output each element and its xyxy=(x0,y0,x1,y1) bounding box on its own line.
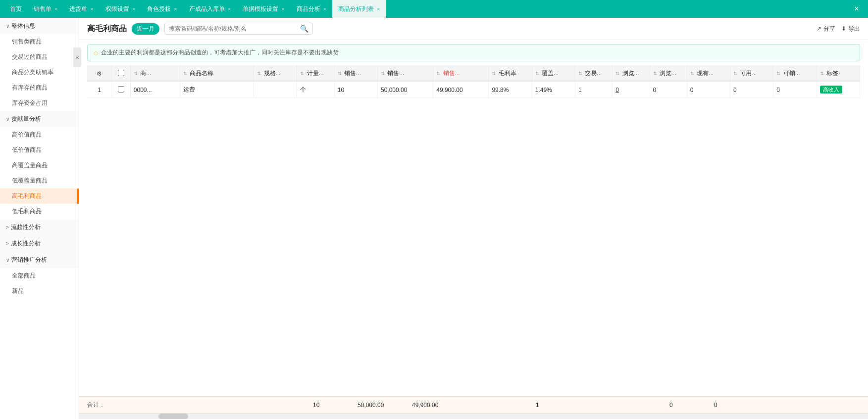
scrollbar-thumb[interactable] xyxy=(158,414,188,419)
cell-available-stock: 0 xyxy=(730,82,773,98)
nav-template-settings-close[interactable]: × xyxy=(281,6,284,12)
cell-unit: 个 xyxy=(297,82,334,98)
sort-icon-unit: ⇅ xyxy=(300,71,304,76)
tag-badge: 高收入 xyxy=(820,86,842,93)
sidebar-item-low-value[interactable]: 低价值商品 xyxy=(0,142,79,158)
search-box: 🔍 xyxy=(164,23,313,35)
nav-permission-settings-close[interactable]: × xyxy=(132,6,135,12)
sidebar-item-stock-capital[interactable]: 库存资金占用 xyxy=(0,95,79,111)
sort-icon-browse1: ⇅ xyxy=(615,71,619,76)
sidebar-item-low-margin[interactable]: 低毛利商品 xyxy=(0,204,79,219)
sort-icon-coverage: ⇅ xyxy=(535,71,539,76)
table-wrapper: ⚙ ⇅ 商... ⇅ 商品名称 xyxy=(79,65,868,396)
col-code[interactable]: ⇅ 商... xyxy=(130,65,180,82)
sidebar-item-high-value[interactable]: 高价值商品 xyxy=(0,127,79,142)
col-unit[interactable]: ⇅ 计量... xyxy=(297,65,334,82)
search-icon[interactable]: 🔍 xyxy=(300,25,308,33)
footer-sale-net: 49,900.00 xyxy=(412,402,457,409)
close-window-button[interactable]: × xyxy=(849,0,864,18)
sidebar-item-traded-goods[interactable]: 交易过的商品 xyxy=(0,49,79,65)
col-name[interactable]: ⇅ 商品名称 xyxy=(180,65,254,82)
nav-purchase-order[interactable]: 进货单 × xyxy=(63,0,99,18)
nav-product-inbound-close[interactable]: × xyxy=(228,6,231,12)
col-spec[interactable]: ⇅ 规格... xyxy=(254,65,297,82)
sort-icon-available-stock: ⇅ xyxy=(733,71,737,76)
page-title: 高毛利商品 xyxy=(87,24,127,34)
export-icon: ⬇ xyxy=(841,25,846,32)
cell-browse1[interactable]: 0 xyxy=(613,82,650,98)
cell-browse2: 0 xyxy=(650,82,687,98)
sidebar-item-high-coverage[interactable]: 高覆盖量商品 xyxy=(0,158,79,173)
nav-product-inbound[interactable]: 产成品入库单 × xyxy=(183,0,237,18)
col-saleable-stock[interactable]: ⇅ 可销... xyxy=(773,65,817,82)
nav-product-analysis-list[interactable]: 商品分析列表 × xyxy=(332,0,386,18)
header-actions: ↗ 分享 ⬇ 导出 xyxy=(817,25,860,33)
col-current-stock[interactable]: ⇅ 现有... xyxy=(687,65,730,82)
cell-spec xyxy=(254,82,297,98)
sidebar-item-category-rate[interactable]: 商品分类助销率 xyxy=(0,65,79,80)
col-settings[interactable]: ⚙ xyxy=(87,65,112,82)
nav-role-auth-close[interactable]: × xyxy=(174,6,177,12)
nav-template-settings[interactable]: 单据模板设置 × xyxy=(237,0,290,18)
sidebar-group-trend[interactable]: > 流趋性分析 xyxy=(0,219,79,235)
nav-product-analysis-close[interactable]: × xyxy=(323,6,326,12)
export-button[interactable]: ⬇ 导出 xyxy=(841,25,860,33)
horizontal-scrollbar[interactable] xyxy=(79,413,868,419)
filter-recent-month-button[interactable]: 近一月 xyxy=(132,23,159,35)
nav-permission-settings[interactable]: 权限设置 × xyxy=(100,0,141,18)
sort-icon-sale-amount: ⇅ xyxy=(381,71,385,76)
col-sale-amount[interactable]: ⇅ 销售... xyxy=(377,65,433,82)
data-table: ⚙ ⇅ 商... ⇅ 商品名称 xyxy=(87,65,860,98)
col-browse2[interactable]: ⇅ 浏览... xyxy=(650,65,687,82)
sidebar-group-marketing-arrow: ∨ xyxy=(6,257,9,263)
nav-purchase-order-close[interactable]: × xyxy=(90,6,93,12)
sidebar-group-overall-arrow: ∨ xyxy=(6,23,9,29)
nav-product-analysis[interactable]: 商品分析 × xyxy=(291,0,332,18)
sidebar-item-new-goods[interactable]: 新品 xyxy=(0,283,79,299)
sidebar-group-marketing[interactable]: ∨ 营销推广分析 xyxy=(0,252,79,268)
nav-home[interactable]: 首页 xyxy=(4,0,28,18)
sidebar-group-overall[interactable]: ∨ 整体信息 xyxy=(0,18,79,34)
nav-sales-order-close[interactable]: × xyxy=(54,6,57,12)
nav-sales-order[interactable]: 销售单 × xyxy=(28,0,63,18)
sort-icon-saleable-stock: ⇅ xyxy=(776,71,780,76)
sidebar-group-contribution[interactable]: ∨ 贡献量分析 xyxy=(0,111,79,127)
footer-saleable: 0 xyxy=(714,402,749,409)
share-icon: ↗ xyxy=(817,25,821,32)
col-browse1[interactable]: ⇅ 浏览... xyxy=(613,65,650,82)
sort-icon-browse2: ⇅ xyxy=(653,71,657,76)
col-available-stock[interactable]: ⇅ 可用... xyxy=(730,65,773,82)
col-gross-rate[interactable]: ⇅ 毛利率 xyxy=(489,65,532,82)
cell-checkbox xyxy=(112,82,130,98)
col-coverage[interactable]: ⇅ 覆盖... xyxy=(532,65,575,82)
sidebar-collapse-button[interactable]: « xyxy=(73,47,81,67)
sort-icon-sale-net: ⇅ xyxy=(436,71,440,76)
sidebar-group-growth[interactable]: > 成长性分析 xyxy=(0,235,79,252)
sidebar-item-high-margin[interactable]: 高毛利商品 xyxy=(0,188,79,204)
col-sale-net[interactable]: ⇅ 销售... xyxy=(433,65,489,82)
info-icon: ◇ xyxy=(94,49,98,56)
select-all-checkbox[interactable] xyxy=(118,70,124,76)
footer-trade: 1 xyxy=(536,402,565,409)
table-footer: 合计： 10 50,000.00 49,900.00 1 0 0 xyxy=(79,396,868,413)
sidebar-item-sales-goods[interactable]: 销售类商品 xyxy=(0,34,79,49)
search-input[interactable] xyxy=(169,25,300,32)
col-sale-qty[interactable]: ⇅ 销售... xyxy=(334,65,377,82)
sort-icon-spec: ⇅ xyxy=(257,71,261,76)
cell-name[interactable]: 运费 xyxy=(180,82,254,98)
cell-current-stock: 0 xyxy=(687,82,730,98)
sidebar-item-low-coverage[interactable]: 低覆盖量商品 xyxy=(0,173,79,188)
table-row: 1 0000... 运费 xyxy=(87,82,860,98)
cell-code[interactable]: 0000... xyxy=(130,82,180,98)
sidebar-group-trend-arrow: > xyxy=(6,225,9,230)
col-trade[interactable]: ⇅ 交易... xyxy=(575,65,612,82)
nav-role-auth[interactable]: 角色授权 × xyxy=(141,0,183,18)
share-button[interactable]: ↗ 分享 xyxy=(817,25,835,33)
col-tag[interactable]: ⇅ 标签 xyxy=(817,65,860,82)
sidebar-item-in-stock[interactable]: 有库存的商品 xyxy=(0,80,79,95)
gear-icon: ⚙ xyxy=(97,70,102,77)
row-checkbox[interactable] xyxy=(118,86,124,93)
nav-product-analysis-list-close[interactable]: × xyxy=(377,6,380,12)
sidebar-item-all-goods[interactable]: 全部商品 xyxy=(0,268,79,283)
sort-icon-name: ⇅ xyxy=(183,71,187,76)
